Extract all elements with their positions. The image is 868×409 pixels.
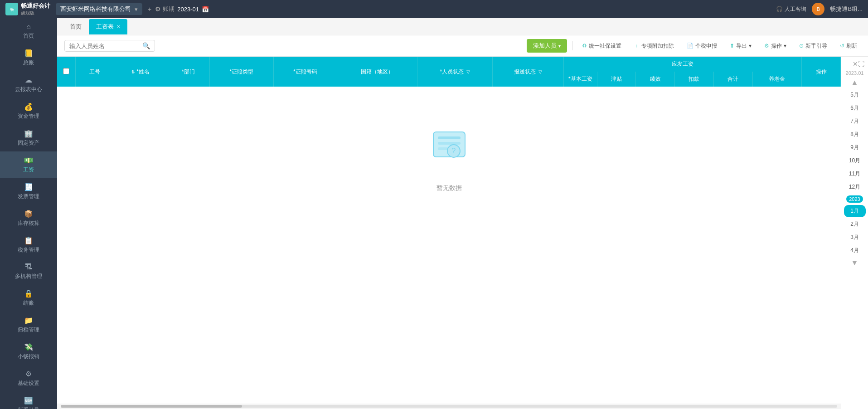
table-area: 工号 ⇅ *姓名 *部门 *证照类型 *证照号码 国籍（地区） xyxy=(57,57,841,409)
th-dept: *部门 xyxy=(167,57,210,87)
svg-rect-3 xyxy=(438,136,461,139)
sidebar-label-home: 首页 xyxy=(23,32,34,40)
th-report-status: 报送状态 ▽ xyxy=(492,57,563,87)
right-panel-expand-btn[interactable]: ⛶ xyxy=(858,60,864,68)
settings-btn[interactable]: ⚙ xyxy=(153,4,163,15)
sidebar-item-fund[interactable]: 💰 资金管理 xyxy=(0,98,57,125)
social-security-btn[interactable]: ♻ 统一社保设置 xyxy=(578,40,625,52)
month-3[interactable]: 3月 xyxy=(844,231,866,243)
user-area: 🎧 人工客询 B 畅捷通B组... xyxy=(776,3,863,15)
period-calendar-icon[interactable]: 📅 xyxy=(202,6,209,13)
svg-text:?: ? xyxy=(451,147,456,155)
company-name: 西安虾米网络科技有限公司 xyxy=(60,5,131,13)
th-allowance: 津贴 xyxy=(597,72,636,87)
sidebar-item-home[interactable]: ⌂ 首页 xyxy=(0,18,57,44)
guide-icon: 🆕 xyxy=(24,396,33,405)
add-company-btn[interactable]: + xyxy=(146,4,153,15)
th-base-salary: *基本工资 xyxy=(563,72,597,87)
month-2[interactable]: 2月 xyxy=(844,218,866,230)
period-value: 2023-01 xyxy=(177,6,199,13)
sidebar-label-archive: 归档管理 xyxy=(18,326,39,334)
tab-salary-label: 工资表 xyxy=(96,23,114,31)
add-person-btn[interactable]: 添加人员 ▾ xyxy=(527,39,567,53)
sidebar-item-settings[interactable]: ⚙ 基础设置 xyxy=(0,365,57,392)
search-input[interactable] xyxy=(69,43,142,49)
company-selector[interactable]: 西安虾米网络科技有限公司 ▾ xyxy=(56,3,142,15)
scrollbar-thumb[interactable] xyxy=(61,405,242,408)
th-insurance: 养老金 xyxy=(752,72,802,87)
multi-org-icon: 🏗 xyxy=(25,263,32,271)
sidebar-label-settings: 基础设置 xyxy=(18,380,39,387)
year-2023-badge: 2023 xyxy=(846,195,863,203)
report-status-filter-icon[interactable]: ▽ xyxy=(538,69,542,74)
refresh-btn[interactable]: ↺ 刷新 xyxy=(836,40,861,52)
status-filter-icon[interactable]: ▽ xyxy=(466,69,470,74)
month-7[interactable]: 7月 xyxy=(844,115,866,127)
sidebar-label-multi-org: 多机构管理 xyxy=(15,273,42,280)
new-guide-btn[interactable]: ⊙ 新手引导 xyxy=(795,40,831,52)
month-5[interactable]: 5月 xyxy=(844,89,866,101)
month-1-active[interactable]: 1月 xyxy=(844,205,866,217)
sidebar-item-multi-org[interactable]: 🏗 多机构管理 xyxy=(0,258,57,285)
tab-salary-table[interactable]: 工资表 ✕ xyxy=(89,19,127,34)
fund-icon: 💰 xyxy=(24,102,33,111)
headset-icon: 🎧 xyxy=(776,6,783,12)
special-deduction-btn[interactable]: ＋ 专项附加扣除 xyxy=(630,40,678,52)
month-9[interactable]: 9月 xyxy=(844,141,866,154)
right-panel-close-btn[interactable]: ✕ xyxy=(853,60,858,68)
operation-label: 操作 xyxy=(771,42,782,50)
add-person-label: 添加人员 xyxy=(533,42,557,50)
tab-home-label: 首页 xyxy=(70,23,82,31)
sidebar-item-invoice[interactable]: 🧾 发票管理 xyxy=(0,178,57,205)
operation-btn[interactable]: ⚙ 操作 ▾ xyxy=(761,40,790,52)
th-deduction: 扣款 xyxy=(675,72,714,87)
th-region: 国籍（地区） xyxy=(337,57,417,87)
sidebar-item-inventory[interactable]: 📦 库存核算 xyxy=(0,205,57,232)
export-btn[interactable]: ⬆ 导出 ▾ xyxy=(726,40,755,52)
sidebar-label-invoice: 发票管理 xyxy=(18,193,39,200)
content-area: 首页 工资表 ✕ 🔍 添加人员 ▾ xyxy=(57,18,868,409)
th-salary-group: 应发工资 xyxy=(563,57,801,72)
right-month-panel: ✕ ⛶ 2023.01 ▲ 5月 6月 7月 8月 9月 10月 11月 12月… xyxy=(841,57,868,409)
user-avatar: B xyxy=(812,3,824,15)
tax-report-label: 个税申报 xyxy=(695,42,717,50)
tab-bar: 首页 工资表 ✕ xyxy=(57,18,868,35)
tab-home[interactable]: 首页 xyxy=(63,19,89,34)
service-btn[interactable]: 🎧 人工客询 xyxy=(776,5,806,13)
month-11[interactable]: 11月 xyxy=(844,168,866,180)
app-logo: 畅 畅通好会计 旗舰版 xyxy=(5,2,50,16)
sidebar-item-archive[interactable]: 📁 归档管理 xyxy=(0,312,57,338)
add-btn-dropdown-arrow: ▾ xyxy=(558,44,561,49)
sidebar-item-close[interactable]: 🔒 结账 xyxy=(0,285,57,312)
logo-subtitle: 旗舰版 xyxy=(21,10,50,16)
service-label: 人工客询 xyxy=(785,5,806,13)
sidebar-item-salary[interactable]: 💵 工资 xyxy=(0,151,57,178)
month-8[interactable]: 8月 xyxy=(844,128,866,141)
sidebar-item-fixed-asset[interactable]: 🏢 固定资产 xyxy=(0,125,57,151)
svg-text:畅: 畅 xyxy=(10,7,14,12)
sidebar-label-fixed-asset: 固定资产 xyxy=(18,139,39,147)
sidebar-item-cloud-report[interactable]: ☁ 云报表中心 xyxy=(0,71,57,98)
search-wrap: 🔍 xyxy=(64,40,155,52)
new-guide-label: 新手引导 xyxy=(805,42,827,50)
operation-icon: ⚙ xyxy=(764,43,769,49)
month-10[interactable]: 10月 xyxy=(844,155,866,167)
fixed-asset-icon: 🏢 xyxy=(24,129,33,138)
sidebar-item-tax[interactable]: 📋 税务管理 xyxy=(0,232,57,258)
month-6[interactable]: 6月 xyxy=(844,102,866,114)
sidebar-item-guide[interactable]: 🆕 新手引导 xyxy=(0,392,57,409)
scroll-down-btn[interactable]: ▼ xyxy=(849,257,860,269)
sep-1 xyxy=(572,41,573,50)
month-12[interactable]: 12月 xyxy=(844,181,866,193)
tab-close-icon[interactable]: ✕ xyxy=(116,24,120,29)
sidebar-item-expense[interactable]: 💸 小畅报销 xyxy=(0,338,57,365)
inventory-icon: 📦 xyxy=(24,209,33,218)
month-4[interactable]: 4月 xyxy=(844,244,866,257)
scroll-up-btn[interactable]: ▲ xyxy=(849,77,860,88)
table-header-row-1: 工号 ⇅ *姓名 *部门 *证照类型 *证照号码 国籍（地区） xyxy=(57,57,841,72)
tax-report-btn[interactable]: 📄 个税申报 xyxy=(683,40,721,52)
empty-icon: ? xyxy=(427,123,472,177)
empty-text: 暂无数据 xyxy=(436,184,462,192)
sidebar-item-ledger[interactable]: 📒 总账 xyxy=(0,44,57,71)
select-all-checkbox[interactable] xyxy=(63,68,69,74)
